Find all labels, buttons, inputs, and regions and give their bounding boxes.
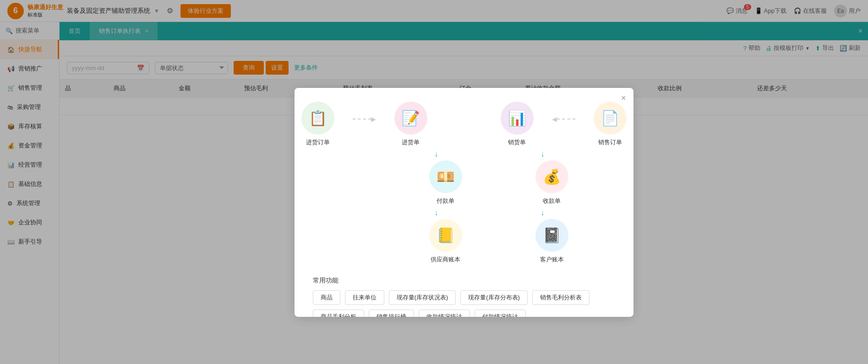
func-btn-stock-status[interactable]: 现存量(库存状况表) xyxy=(389,290,456,305)
customer-account-icon: 📓 xyxy=(543,227,561,244)
sales-slip-label: 销货单 xyxy=(508,138,526,147)
purchase-slip-icon: 📝 xyxy=(402,109,420,127)
flow-row-3: 📒 供应商账本 📓 客户账本 xyxy=(360,219,568,264)
flow-row-2: 💴 付款单 💰 收款单 xyxy=(360,160,568,205)
modal-overlay[interactable]: × 📋 进货订单 ▶ xyxy=(0,0,868,364)
customer-account-circle: 📓 xyxy=(535,219,568,252)
flow-node-payment-out[interactable]: 💴 付款单 xyxy=(429,160,462,205)
arrow-right-1: ▶ xyxy=(353,115,376,123)
flow-node-purchase-order[interactable]: 📋 进货订单 xyxy=(301,102,334,147)
common-functions: 常用功能 商品 往来单位 现存量(库存状况表) 现存量(库存分布表) 销售毛利分… xyxy=(313,277,615,317)
customer-account-label: 客户账本 xyxy=(540,255,564,264)
supplier-account-circle: 📒 xyxy=(429,219,462,252)
common-functions-title: 常用功能 xyxy=(313,277,615,285)
func-btn-sales-ranking[interactable]: 销售排行榜 xyxy=(369,310,414,317)
payment-out-label: 付款单 xyxy=(437,197,454,205)
modal-box: × 📋 进货订单 ▶ xyxy=(295,88,633,317)
purchase-slip-circle: 📝 xyxy=(394,102,427,135)
flow-node-supplier-account[interactable]: 📒 供应商账本 xyxy=(429,219,462,264)
function-buttons: 商品 往来单位 现存量(库存状况表) 现存量(库存分布表) 销售毛利分析表 商品… xyxy=(313,290,615,317)
purchase-slip-label: 进货单 xyxy=(402,138,420,147)
arrows-down-row-2: ↓ ↓ xyxy=(420,209,559,217)
flow-node-sales-slip[interactable]: 📊 销货单 xyxy=(501,102,534,147)
func-btn-receipt-stats[interactable]: 收款情况统计 xyxy=(419,310,470,317)
func-btn-payment-stats[interactable]: 付款情况统计 xyxy=(475,310,526,317)
func-btn-stock-dist[interactable]: 现存量(库存分布表) xyxy=(460,290,528,305)
spacer-2 xyxy=(471,150,508,158)
arrow-down-purchase: ↓ xyxy=(420,150,453,158)
payment-in-label: 收款单 xyxy=(543,197,561,205)
flow-node-sales-order[interactable]: 📄 销售订单 xyxy=(594,102,627,147)
payment-in-circle: 💰 xyxy=(535,160,568,193)
modal-close-icon[interactable]: × xyxy=(621,93,626,103)
sales-slip-icon: 📊 xyxy=(508,109,526,127)
flow-row-1: 📋 进货订单 ▶ 📝 进货单 xyxy=(301,102,627,147)
purchase-order-circle: 📋 xyxy=(301,102,334,135)
supplier-account-label: 供应商账本 xyxy=(431,255,460,264)
arrow-down-payment-out: ↓ xyxy=(420,209,453,217)
func-btn-product[interactable]: 商品 xyxy=(313,290,340,305)
purchase-order-icon: 📋 xyxy=(309,109,327,127)
arrow-left-1: ◀ xyxy=(552,115,575,123)
arrows-down-row: ↓ ↓ xyxy=(420,150,559,158)
func-btn-sales-gross[interactable]: 销售毛利分析表 xyxy=(532,290,590,305)
supplier-account-icon: 📒 xyxy=(437,227,455,244)
flow-chart: 📋 进货订单 ▶ 📝 进货单 xyxy=(313,102,615,267)
func-btn-counterparty[interactable]: 往来单位 xyxy=(345,290,384,305)
arrow-down-payment-in: ↓ xyxy=(526,209,559,217)
purchase-order-label: 进货订单 xyxy=(306,138,330,147)
arrow-down-sales: ↓ xyxy=(526,150,559,158)
app-container: 6 畅康通好生意 标准版 装备及固定资产辅助管理系统 ▼ ⚙ 体验行业方案 💬 … xyxy=(0,0,868,364)
flow-node-customer-account[interactable]: 📓 客户账本 xyxy=(535,219,568,264)
payment-in-icon: 💰 xyxy=(543,168,561,185)
sales-slip-circle: 📊 xyxy=(501,102,534,135)
flow-node-payment-in[interactable]: 💰 收款单 xyxy=(535,160,568,205)
sales-order-icon: 📄 xyxy=(601,109,619,127)
sales-order-label: 销售订单 xyxy=(598,138,622,147)
payment-out-circle: 💴 xyxy=(429,160,462,193)
payment-out-icon: 💴 xyxy=(437,168,455,185)
flow-node-purchase-slip[interactable]: 📝 进货单 xyxy=(394,102,427,147)
sales-order-circle: 📄 xyxy=(594,102,627,135)
func-btn-product-gross[interactable]: 商品毛利分析 xyxy=(313,310,364,317)
spacer-5 xyxy=(471,209,508,217)
